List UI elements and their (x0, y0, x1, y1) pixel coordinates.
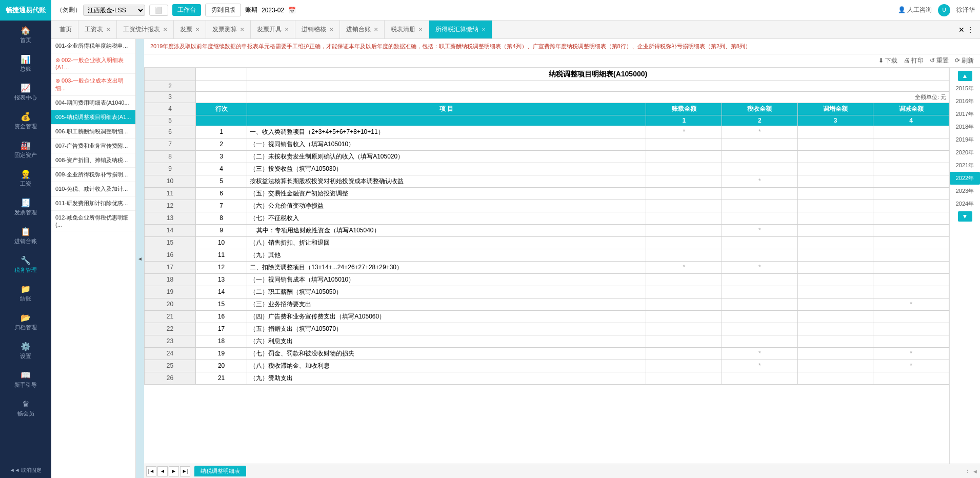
calendar-icon[interactable]: 📅 (288, 7, 296, 14)
year-item-2023[interactable]: 2023年 (950, 185, 980, 197)
year-item-2015[interactable]: 2015年 (950, 82, 980, 95)
tab-close-icon[interactable]: ✕ (329, 27, 333, 32)
company-selector[interactable]: （勿删） 江西股金-LSS (56, 5, 145, 16)
table-row: 17 12 二、扣除类调整项目（13+14+...24+26+27+28+29+… (145, 261, 949, 273)
sheet-nav-prev-btn[interactable]: ◄ (157, 466, 168, 476)
workspace-btn[interactable]: 工作台 (172, 4, 201, 16)
left-panel-item-007[interactable]: 007-广告费和业务宣传费附... (51, 139, 135, 153)
left-panel-item-010[interactable]: 010-免税、减计收入及加计... (51, 182, 135, 196)
left-panel-item-004[interactable]: 004-期间费用明细表(A1040... (51, 96, 135, 110)
col-a-header (196, 68, 247, 81)
collapse-panel-btn[interactable]: ◄ (136, 39, 144, 478)
tabs-menu-btn[interactable]: ⋮ (967, 26, 974, 34)
sidebar-item-invoices[interactable]: 🧾 发票管理 (0, 193, 51, 222)
print-btn[interactable]: 🖨 打印 (904, 56, 924, 65)
sidebar-item-home[interactable]: 🏠 首页 (0, 21, 51, 49)
year-item-2021[interactable]: 2021年 (950, 159, 980, 172)
tab-close-icon[interactable]: ✕ (418, 27, 423, 32)
sidebar-item-assets[interactable]: 🏭 固定资产 (0, 135, 51, 164)
service-btn[interactable]: 👤 人工咨询 (898, 6, 932, 14)
tab-close-icon[interactable]: ✕ (163, 27, 167, 32)
tab-purchase-audit[interactable]: 进销稽核 ✕ (295, 21, 340, 39)
download-btn[interactable]: ⬇ 下载 (878, 56, 897, 65)
title-cell: 纳税调整项目明细表(A105000) (247, 68, 949, 81)
sidebar-collapse-btn[interactable]: ◄◄ 取消固定 (8, 463, 44, 478)
left-panel-item-011[interactable]: 011-研发费用加计扣除优惠... (51, 196, 135, 211)
spreadsheet-container: 纳税调整项目明细表(A105000) 2 3 (144, 68, 980, 464)
left-panel-item-012[interactable]: 012-减免企业所得税优惠明细(... (51, 211, 135, 231)
alert-text: 2019年度涉及取以前年度继续数据的申报表单元格需要手工维护正确，才能保证本年及… (150, 43, 751, 49)
left-panel-item-005[interactable]: 005-纳税调整项目明细表(A1... (51, 110, 135, 125)
col-header-item: 项 目 (247, 103, 646, 115)
member-icon: ♛ (22, 399, 29, 409)
tab-close-icon[interactable]: ✕ (482, 27, 486, 32)
tab-invoice[interactable]: 发票 ✕ (174, 21, 206, 39)
tab-wage-stats[interactable]: 工资统计报表 ✕ (117, 21, 174, 39)
scroll-info-icon: ⋮ (965, 468, 970, 474)
table-row: 纳税调整项目明细表(A105000) (145, 68, 949, 81)
left-panel-item-002[interactable]: ⊗ 002-一般企业收入明细表(A1... (51, 53, 135, 74)
tab-invoice-open[interactable]: 发票开具 ✕ (251, 21, 295, 39)
refresh-btn[interactable]: ⟳ 刷新 (955, 56, 974, 65)
sidebar-item-purchase-sales[interactable]: 📋 进销台账 (0, 222, 51, 250)
col-header-rownum: 行次 (196, 103, 247, 115)
year-item-2024[interactable]: 2024年 (950, 197, 980, 210)
period-value: 2023-02 (262, 7, 284, 14)
year-item-2022[interactable]: 2022年 (950, 172, 980, 185)
spreadsheet-main[interactable]: 纳税调整项目明细表(A105000) 2 3 (144, 68, 949, 464)
switch-version-btn[interactable]: 切到旧版 (205, 4, 241, 16)
year-nav-down-btn[interactable]: ▼ (958, 211, 972, 222)
sidebar-item-funds[interactable]: 💰 资金管理 (0, 107, 51, 135)
tab-close-icon[interactable]: ✕ (195, 27, 199, 32)
sidebar-item-settings[interactable]: ⚙️ 设置 (0, 336, 51, 365)
tab-close-icon[interactable]: ✕ (285, 27, 289, 32)
refresh-icon: ⟳ (955, 57, 960, 64)
year-item-2017[interactable]: 2017年 (950, 108, 980, 121)
sidebar-item-close[interactable]: 📁 结账 (0, 279, 51, 308)
left-panel-item-009[interactable]: 009-企业所得税弥补亏损明... (51, 168, 135, 182)
tab-home[interactable]: 首页 (53, 21, 78, 39)
guide-icon: 📖 (21, 370, 31, 380)
tab-purchase-ledger[interactable]: 进销台账 ✕ (340, 21, 385, 39)
tab-close-icon[interactable]: ✕ (106, 27, 110, 32)
copy-btn[interactable]: ⬜ (149, 5, 168, 16)
year-nav-up-btn[interactable]: ▲ (958, 71, 972, 81)
sheet-nav-last-btn[interactable]: ►| (180, 466, 190, 476)
tab-invoice-calc[interactable]: 发票测算 ✕ (206, 21, 251, 39)
year-item-2016[interactable]: 2016年 (950, 95, 980, 108)
tab-close-icon[interactable]: ✕ (374, 27, 378, 32)
year-item-2018[interactable]: 2018年 (950, 121, 980, 133)
tab-wages[interactable]: 工资表 ✕ (78, 21, 117, 39)
sidebar-item-guide[interactable]: 📖 新手引导 (0, 365, 51, 394)
year-item-2020[interactable]: 2020年 (950, 146, 980, 159)
sidebar-item-member[interactable]: ♛ 畅会员 (0, 394, 51, 423)
sidebar-item-wages[interactable]: 👷 工资 (0, 164, 51, 193)
sidebar-item-reports[interactable]: 📈 报表中心 (0, 78, 51, 107)
tab-income-tax[interactable]: 所得税汇算缴纳 ✕ (429, 21, 492, 39)
invoices-icon: 🧾 (21, 198, 31, 208)
sidebar-item-archive[interactable]: 📂 归档管理 (0, 308, 51, 336)
year-item-2019[interactable]: 2019年 (950, 133, 980, 146)
table-row: 6 1 一、收入类调整项目（2+3+4+5+6+7+8+10+11） * * (145, 126, 949, 138)
col-header-1: 账载全额 (646, 103, 722, 115)
sheet-nav-next-btn[interactable]: ► (169, 466, 179, 476)
tab-tax-list[interactable]: 税表清册 ✕ (385, 21, 429, 39)
right-panel: 2019年度涉及取以前年度继续数据的申报表单元格需要手工维护正确，才能保证本年及… (144, 39, 980, 478)
left-panel-item-003[interactable]: ⊗ 003-一般企业成本支出明细... (51, 74, 135, 96)
row-num-cell (145, 68, 196, 81)
sheet-tab-main[interactable]: 纳税调整明细表 (194, 466, 246, 476)
table-row: 16 11 （九）其他 (145, 249, 949, 261)
sidebar-item-label: 工资 (20, 180, 31, 188)
year-sidebar: ▲ 2015年 2016年 2017年 2018年 2019年 2020年 20… (949, 68, 980, 464)
sidebar-item-ledger[interactable]: 📊 总账 (0, 49, 51, 78)
spreadsheet-table: 纳税调整项目明细表(A105000) 2 3 (144, 68, 949, 385)
sidebar-item-tax[interactable]: 🔧 税务管理 (0, 250, 51, 279)
close-all-tabs-btn[interactable]: ✕ (958, 26, 965, 34)
left-panel-item-008[interactable]: 008-资产折旧、摊销及纳税... (51, 153, 135, 168)
tab-close-icon[interactable]: ✕ (240, 27, 244, 32)
left-panel-item-006[interactable]: 006-职工薪酬纳税调整明细... (51, 125, 135, 139)
reset-btn[interactable]: ↺ 重置 (930, 56, 949, 65)
left-panel-item-001[interactable]: 001-企业所得税年度纳税申... (51, 39, 135, 53)
company-dropdown[interactable]: 江西股金-LSS (83, 5, 145, 16)
sheet-nav-first-btn[interactable]: |◄ (146, 466, 156, 476)
